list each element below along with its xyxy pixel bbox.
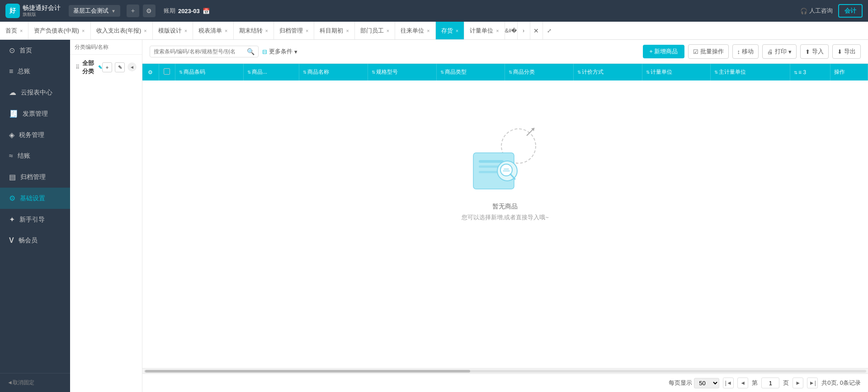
guide-icon: ✦ [9, 215, 15, 224]
page-first-btn[interactable]: |◄ [723, 378, 734, 388]
th-category[interactable]: ⇅商品分类 [505, 64, 574, 80]
th-barcode[interactable]: ⇅商品条码 [175, 64, 244, 80]
sidebar-item-invoice[interactable]: 🧾 发票管理 [0, 103, 70, 124]
product-search-icon[interactable]: 🔍 [247, 48, 255, 55]
empty-state: 暂无商品 您可以选择新增,或者直接导入哦~ [142, 80, 868, 258]
tab-archive-close[interactable]: × [306, 28, 308, 33]
scroll-track[interactable] [144, 370, 866, 373]
category-search-input[interactable] [75, 44, 142, 50]
sidebar-label-tax: 税务管理 [19, 131, 44, 139]
settings-icon-btn[interactable]: ⚙ [143, 5, 156, 17]
tab-income[interactable]: 收入支出表(年报) × [91, 22, 153, 40]
print-arrow-icon: ▾ [788, 48, 792, 55]
tab-close-all-btn[interactable]: ✕ [530, 22, 543, 40]
tab-inventory[interactable]: 存货 × [436, 22, 464, 40]
th-unit[interactable]: ⇅计量单位 [642, 64, 711, 80]
tab-inventory-label: 存货 [441, 27, 453, 35]
tab-unit-close[interactable]: × [496, 28, 499, 33]
logo-icon: 好 [5, 4, 20, 18]
sidebar-item-guide[interactable]: ✦ 新手引导 [0, 209, 70, 230]
tab-tax[interactable]: 税表清单 × [193, 22, 233, 40]
page-number-input[interactable] [761, 378, 779, 388]
add-product-btn[interactable]: + 新增商品 [643, 45, 684, 58]
sidebar-label-ledger: 总账 [18, 67, 30, 76]
sidebar-item-basic-settings[interactable]: ⚙ 基础设置 [0, 188, 70, 209]
invoice-icon: 🧾 [9, 109, 18, 118]
tab-template[interactable]: 模版设计 × [153, 22, 193, 40]
add-workspace-btn[interactable]: ＋ [127, 5, 139, 17]
th-checkbox[interactable] [159, 64, 175, 80]
th-action: 操作 [830, 64, 868, 80]
tab-tax-close[interactable]: × [225, 28, 227, 33]
sidebar-item-home[interactable]: ⊙ 首页 [0, 40, 70, 61]
sidebar-label-invoice: 发票管理 [23, 110, 48, 118]
workspace-arrow-icon: ▼ [111, 9, 116, 14]
th-col3[interactable]: ⇅≡ 3 [790, 64, 830, 80]
empty-svg [460, 117, 550, 198]
per-page-dropdown[interactable]: 50 100 200 [694, 378, 719, 388]
tab-next-btn[interactable]: › [518, 22, 530, 40]
cancel-fixed-btn[interactable]: ◄取消固定 [0, 373, 70, 392]
tab-home-close[interactable]: × [20, 28, 23, 33]
category-collapse-btn[interactable]: ◄ [127, 62, 137, 71]
category-edit-btn[interactable]: ✎ [115, 62, 125, 72]
content-area: 🔍 ⠿ 全部分类 ✎ + ✎ ◄ [70, 40, 868, 392]
page-prefix: 第 [752, 379, 758, 387]
move-btn[interactable]: ↕ 移动 [732, 44, 759, 59]
batch-operation-btn[interactable]: ☑ 批量操作 [688, 44, 729, 59]
tab-subject[interactable]: 科目期初 × [314, 22, 354, 40]
tab-period-end-close[interactable]: × [265, 28, 268, 33]
tab-archive[interactable]: 归档管理 × [274, 22, 314, 40]
pagination-bar: 每页显示 50 100 200 |◄ ◄ 第 页 ► ►| 共0页, 0条记录 [142, 373, 868, 392]
tab-balance[interactable]: 资产负债表(中期) × [28, 22, 90, 40]
scroll-bar-area[interactable] [142, 368, 868, 373]
sidebar-item-cloud-report[interactable]: ☁ 云报表中心 [0, 82, 70, 103]
page-last-btn[interactable]: ►| [807, 378, 818, 388]
th-type[interactable]: ⇅商品类型 [436, 64, 505, 80]
sidebar-item-tax[interactable]: ◈ 税务管理 [0, 124, 70, 146]
tab-period-end[interactable]: 期末结转 × [234, 22, 274, 40]
th-main-unit[interactable]: ⇅主计量单位 [711, 64, 790, 80]
sidebar-item-member[interactable]: V 畅会员 [0, 230, 70, 251]
scroll-thumb[interactable] [145, 370, 470, 373]
consult-btn[interactable]: 🎧 人工咨询 [800, 7, 833, 15]
account-badge[interactable]: 会计 [838, 4, 863, 18]
tab-subject-close[interactable]: × [346, 28, 349, 33]
print-btn[interactable]: 🖨 打印 ▾ [762, 44, 797, 59]
tab-unit[interactable]: 计量单位 × [464, 22, 505, 40]
sidebar-item-settlement[interactable]: ≈ 结账 [0, 146, 70, 166]
tab-inventory-close[interactable]: × [456, 28, 458, 33]
th-price-method[interactable]: ⇅计价方式 [573, 64, 642, 80]
sidebar-label-home: 首页 [19, 47, 32, 55]
tab-dept-close[interactable]: × [387, 28, 389, 33]
category-add-btn[interactable]: + [102, 62, 112, 72]
th-name[interactable]: ⇅商品名称 [299, 64, 368, 80]
calendar-icon[interactable]: 📅 [203, 8, 210, 14]
th-spec[interactable]: ⇅规格型号 [368, 64, 437, 80]
import-btn[interactable]: ⬆ 导入 [800, 44, 829, 59]
logo-text: 畅捷通好会计 旗舰版 [23, 4, 61, 18]
page-prev-btn[interactable]: ◄ [737, 378, 748, 388]
tab-expand-btn[interactable]: ⤢ [543, 22, 556, 40]
th-code[interactable]: ⇅商品... [244, 64, 299, 80]
tab-home[interactable]: 首页 × [0, 22, 28, 40]
sidebar-item-ledger[interactable]: ≡ 总账 [0, 61, 70, 82]
tab-balance-label: 资产负债表(中期) [34, 27, 79, 35]
tab-balance-close[interactable]: × [82, 28, 85, 33]
tab-prev-btn[interactable]: &#� [505, 22, 518, 40]
tab-partner[interactable]: 往来单位 × [395, 22, 435, 40]
move-icon: ↕ [737, 48, 741, 55]
product-search-input[interactable] [154, 48, 244, 55]
sidebar-item-archive[interactable]: ▤ 归档管理 [0, 166, 70, 188]
page-next-btn[interactable]: ► [793, 378, 803, 388]
th-gear[interactable]: ⚙ [142, 64, 159, 80]
more-filter-btn[interactable]: ⊟ 更多条件 ▾ [262, 47, 297, 56]
tab-income-close[interactable]: × [144, 28, 146, 33]
tab-template-close[interactable]: × [184, 28, 187, 33]
batch-icon: ☑ [693, 48, 698, 55]
tab-dept[interactable]: 部门员工 × [355, 22, 395, 40]
tab-partner-close[interactable]: × [427, 28, 429, 33]
export-btn[interactable]: ⬇ 导出 [832, 44, 861, 59]
workspace-selector[interactable]: 基层工会测试 ▼ [69, 5, 120, 17]
more-filter-label: 更多条件 [269, 47, 292, 56]
